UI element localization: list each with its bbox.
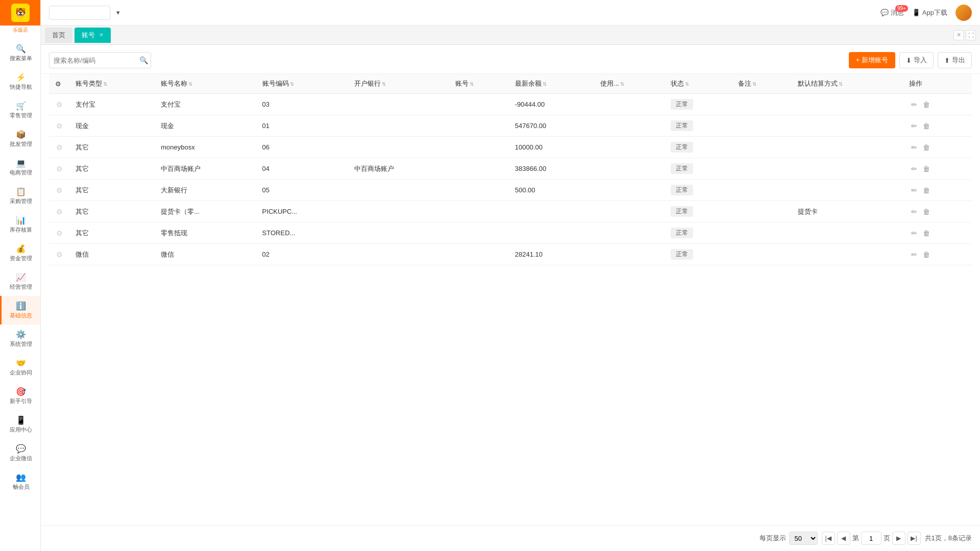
col-header-usage[interactable]: 使用...⇅ [594, 74, 665, 94]
first-page-button[interactable]: |◀ [822, 532, 835, 545]
cell-remark-0 [732, 94, 792, 115]
search-icon: 🔍 [16, 44, 26, 54]
col-header-default_payment[interactable]: 默认结算方式⇅ [792, 74, 903, 94]
cell-status-3: 正常 [665, 158, 732, 180]
last-page-button[interactable]: ▶| [908, 532, 921, 545]
minimize-window-button[interactable]: ✕ [953, 30, 964, 40]
delete-button-7[interactable]: 🗑 [921, 249, 932, 260]
col-header-account[interactable]: 账号⇅ [449, 74, 509, 94]
page-suffix: 页 [884, 534, 890, 543]
edit-button-3[interactable]: ✏ [909, 164, 919, 174]
maximize-window-button[interactable]: ⛶ [966, 30, 976, 40]
app-sub-title: 乐版店 [0, 26, 40, 37]
edit-button-6[interactable]: ✏ [909, 228, 919, 238]
col-header-balance[interactable]: 最新余额⇅ [509, 74, 594, 94]
sidebar-item-search[interactable]: 🔍搜索菜单 [0, 39, 40, 67]
cell-action-2: ✏ 🗑 [903, 137, 972, 158]
tab-close-account[interactable]: ✕ [99, 32, 104, 38]
page-size-wrap: 每页显示 50 100 200 [760, 532, 818, 545]
cell-action-7: ✏ 🗑 [903, 244, 972, 265]
search-input[interactable] [54, 57, 139, 64]
sidebar-item-basic[interactable]: ℹ️基础信息 [0, 296, 40, 324]
cell-usage-2 [594, 137, 665, 158]
edit-button-0[interactable]: ✏ [909, 99, 919, 110]
col-header-bank[interactable]: 开户银行⇅ [348, 74, 449, 94]
sidebar-item-label-wholesale: 批发管理 [10, 140, 32, 148]
col-header-remark[interactable]: 备注⇅ [732, 74, 792, 94]
col-label-status: 状态 [671, 80, 684, 87]
col-header-status[interactable]: 状态⇅ [665, 74, 732, 94]
settings-icon-3: ⚙ [56, 165, 63, 173]
cell-account-4 [449, 180, 509, 201]
col-header-type[interactable]: 账号类型⇅ [69, 74, 155, 94]
col-header-code[interactable]: 账号编码⇅ [256, 74, 348, 94]
next-page-button[interactable]: ▶ [892, 532, 905, 545]
sidebar-item-shortcut[interactable]: ⚡快捷导航 [0, 67, 40, 96]
sidebar-item-label-app_center: 应用中心 [10, 426, 32, 434]
prev-page-button[interactable]: ◀ [837, 532, 850, 545]
import-button[interactable]: ⬇ 导入 [899, 52, 934, 68]
search-icon[interactable]: 🔍 [139, 56, 148, 64]
sidebar-nav: 🔍搜索菜单⚡快捷导航🛒零售管理📦批发管理💻电商管理📋采购管理📊库存核算💰资金管理… [0, 37, 40, 551]
cell-account-3 [449, 158, 509, 180]
col-label-action: 操作 [909, 80, 922, 87]
delete-button-3[interactable]: 🗑 [921, 164, 932, 174]
sidebar-item-retail[interactable]: 🛒零售管理 [0, 96, 40, 124]
sidebar-item-agreement[interactable]: 🤝企业协同 [0, 353, 40, 382]
sidebar-item-wholesale[interactable]: 📦批发管理 [0, 124, 40, 153]
sidebar-item-enterprise_wechat[interactable]: 💬企业微信 [0, 439, 40, 467]
page-number-input[interactable] [861, 532, 881, 545]
sidebar-item-inventory[interactable]: 📊库存核算 [0, 210, 40, 239]
wholesale-icon: 📦 [16, 130, 26, 139]
delete-button-5[interactable]: 🗑 [921, 207, 932, 217]
cell-balance-6 [509, 222, 594, 244]
sidebar-item-finance[interactable]: 💰资金管理 [0, 239, 40, 267]
table-wrap: ⚙账号类型⇅账号名称⇅账号编码⇅开户银行⇅账号⇅最新余额⇅使用...⇅状态⇅备注… [41, 74, 980, 525]
user-avatar[interactable] [955, 5, 972, 21]
cell-remark-2 [732, 137, 792, 158]
cell-status-7: 正常 [665, 244, 732, 265]
cell-default-payment-5: 提货卡 [792, 201, 903, 222]
status-badge-2: 正常 [671, 142, 693, 153]
cell-code-7: 02 [256, 244, 348, 265]
sort-icon-code: ⇅ [290, 81, 294, 87]
sidebar-item-app_center[interactable]: 📱应用中心 [0, 410, 40, 439]
edit-button-5[interactable]: ✏ [909, 207, 919, 217]
sidebar-item-operation[interactable]: 📈经营管理 [0, 267, 40, 296]
app-download-button[interactable]: 📱 App下载 [912, 8, 947, 17]
cell-settings-2: ⚙ [49, 137, 69, 158]
page-size-select[interactable]: 50 100 200 [789, 532, 818, 545]
header-dropdown[interactable]: ▾ [116, 9, 120, 16]
sidebar-item-label-finance: 资金管理 [10, 255, 32, 262]
sidebar-item-system[interactable]: ⚙️系统管理 [0, 324, 40, 353]
delete-button-4[interactable]: 🗑 [921, 185, 932, 195]
agreement-icon: 🤝 [16, 358, 26, 368]
edit-button-1[interactable]: ✏ [909, 121, 919, 131]
chevron-down-icon: ▾ [116, 9, 120, 16]
add-account-button[interactable]: + 新增账号 [849, 52, 895, 68]
toolbar-left: 🔍 [49, 52, 151, 68]
cell-default-payment-6 [792, 222, 903, 244]
delete-button-0[interactable]: 🗑 [921, 99, 932, 110]
finance-icon: 💰 [16, 244, 26, 254]
sidebar-item-member[interactable]: 👥畅会员 [0, 467, 40, 496]
delete-button-2[interactable]: 🗑 [921, 142, 932, 153]
cell-account-5 [449, 201, 509, 222]
tab-account[interactable]: 账号✕ [75, 28, 111, 43]
sidebar-item-purchase[interactable]: 📋采购管理 [0, 182, 40, 210]
sidebar-item-guide[interactable]: 🎯新手引导 [0, 382, 40, 410]
edit-button-7[interactable]: ✏ [909, 249, 919, 260]
delete-button-6[interactable]: 🗑 [921, 228, 932, 238]
message-button[interactable]: 💬 消息 99+ [880, 8, 904, 17]
tab-home[interactable]: 首页 [45, 28, 72, 43]
export-button[interactable]: ⬆ 导出 [938, 52, 972, 68]
edit-button-2[interactable]: ✏ [909, 142, 919, 153]
top-search-input[interactable] [49, 6, 110, 20]
cell-type-6: 其它 [69, 222, 155, 244]
col-header-name[interactable]: 账号名称⇅ [155, 74, 256, 94]
ecommerce-icon: 💻 [16, 158, 26, 168]
sort-icon-bank: ⇅ [382, 81, 386, 87]
edit-button-4[interactable]: ✏ [909, 185, 919, 195]
sidebar-item-ecommerce[interactable]: 💻电商管理 [0, 153, 40, 182]
delete-button-1[interactable]: 🗑 [921, 121, 932, 131]
